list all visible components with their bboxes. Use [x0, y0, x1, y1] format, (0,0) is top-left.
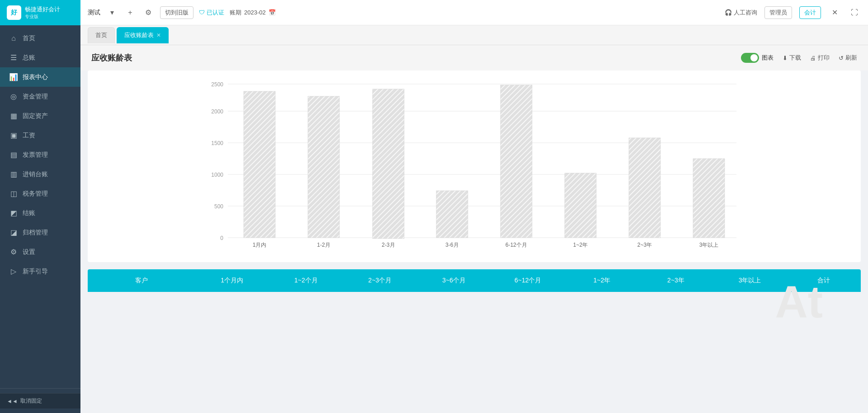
print-icon: 🖨 — [810, 55, 816, 61]
sidebar-item-reports[interactable]: 📊 报表中心 — [0, 67, 80, 87]
col-3-6month: 3~6个月 — [417, 277, 491, 285]
tab-bar: 首页 应收账龄表 ✕ — [80, 25, 868, 45]
svg-rect-28 — [693, 159, 725, 238]
tab-close-icon[interactable]: ✕ — [156, 32, 161, 38]
sidebar-logo: 好 畅捷通好会计 专业版 — [0, 0, 80, 25]
support-button[interactable]: 🎧 人工咨询 — [725, 9, 757, 17]
sidebar-item-payroll[interactable]: ▣ 工资 — [0, 126, 80, 145]
svg-rect-16 — [308, 96, 340, 238]
sidebar-item-invoices[interactable]: ▤ 发票管理 — [0, 145, 80, 164]
archive-icon: ◪ — [9, 228, 18, 237]
company-name: 测试 — [88, 9, 100, 17]
reports-icon: 📊 — [9, 73, 18, 81]
page-area: 应收账龄表 图表 ⬇ 下载 🖨 打印 ↺ 刷新 — [80, 45, 868, 413]
svg-rect-20 — [436, 191, 468, 238]
headset-icon: 🎧 — [725, 9, 732, 16]
cancel-fixed-button[interactable]: ◄◄ 取消固定 — [0, 393, 80, 408]
svg-text:3年以上: 3年以上 — [699, 242, 719, 248]
expand-window-button[interactable]: ⛶ — [848, 6, 861, 19]
svg-text:6-12个月: 6-12个月 — [505, 242, 527, 248]
close-accounts-icon: ◩ — [9, 209, 18, 217]
close-window-button[interactable]: ✕ — [828, 6, 841, 19]
invoices-icon: ▤ — [9, 150, 18, 159]
sidebar-item-inventory[interactable]: ▥ 进销台账 — [0, 164, 80, 184]
svg-text:2000: 2000 — [211, 108, 223, 115]
ledger-icon: ☰ — [9, 53, 18, 62]
home-icon: ⌂ — [9, 34, 18, 42]
download-button[interactable]: ⬇ 下载 — [783, 54, 801, 62]
col-1month: 1个月内 — [195, 277, 269, 285]
add-button[interactable]: + — [124, 6, 137, 19]
close-icon: ✕ — [832, 8, 838, 17]
svg-text:2500: 2500 — [211, 81, 223, 88]
user-button[interactable]: 管理员 — [764, 6, 792, 19]
svg-text:1月内: 1月内 — [253, 242, 267, 248]
sidebar-item-assets[interactable]: ▦ 固定资产 — [0, 106, 80, 126]
cancel-fixed-icon: ◄◄ — [7, 398, 18, 404]
certified-badge: 🛡 已认证 — [199, 9, 224, 17]
sidebar-footer: ◄◄ 取消固定 — [0, 388, 80, 413]
period-info: 账期 2023-02 📅 — [230, 9, 276, 17]
company-dropdown-button[interactable]: ▾ — [106, 6, 118, 19]
svg-rect-24 — [565, 173, 596, 238]
svg-text:1500: 1500 — [211, 140, 223, 146]
role-button[interactable]: 会计 — [799, 6, 821, 19]
sidebar-scroll: ⌂ 首页 ☰ 总账 📊 报表中心 ◎ 资金管理 ▦ 固定资产 ▣ 工资 — [0, 25, 80, 388]
download-icon: ⬇ — [783, 55, 788, 61]
chart-toggle-switch[interactable] — [741, 53, 759, 63]
guide-icon: ▷ — [9, 267, 18, 276]
sidebar-item-funds[interactable]: ◎ 资金管理 — [0, 87, 80, 106]
col-1-2year: 1~2年 — [565, 277, 639, 285]
chart-container: 0 500 1000 1500 2000 2500 — [88, 70, 861, 262]
sidebar-item-archive[interactable]: ◪ 归档管理 — [0, 223, 80, 242]
sidebar-item-home[interactable]: ⌂ 首页 — [0, 29, 80, 48]
svg-text:0: 0 — [220, 235, 223, 241]
table-header: 客户 1个月内 1~2个月 2~3个月 3~6个月 6~12个月 1~2年 2~… — [88, 269, 861, 292]
gear-icon: ⚙ — [145, 8, 151, 17]
sidebar-item-close[interactable]: ◩ 结账 — [0, 203, 80, 223]
sidebar-item-ledger[interactable]: ☰ 总账 — [0, 48, 80, 67]
page-header: 应收账龄表 图表 ⬇ 下载 🖨 打印 ↺ 刷新 — [80, 45, 868, 70]
sidebar: 好 畅捷通好会计 专业版 ⌂ 首页 ☰ 总账 📊 报表中心 ◎ 资金管理 — [0, 0, 80, 413]
col-1-2month: 1~2个月 — [269, 277, 343, 285]
assets-icon: ▦ — [9, 112, 18, 120]
funds-icon: ◎ — [9, 92, 18, 101]
app-name: 畅捷通好会计 专业版 — [25, 6, 60, 19]
settings-button[interactable]: ⚙ — [142, 6, 155, 19]
bar-chart: 0 500 1000 1500 2000 2500 — [97, 80, 852, 251]
svg-text:500: 500 — [214, 203, 223, 210]
svg-text:1-2月: 1-2月 — [317, 242, 330, 248]
svg-rect-22 — [500, 85, 532, 238]
calendar-icon[interactable]: 📅 — [269, 9, 276, 16]
main-content: 测试 ▾ + ⚙ 切到旧版 🛡 已认证 账期 2023-02 📅 🎧 人工咨询 — [80, 0, 868, 413]
plus-icon: + — [128, 9, 132, 17]
svg-text:2-3月: 2-3月 — [382, 242, 395, 248]
tab-home[interactable]: 首页 — [88, 27, 115, 43]
sidebar-item-tax[interactable]: ◫ 税务管理 — [0, 184, 80, 203]
svg-text:2~3年: 2~3年 — [637, 242, 652, 248]
sidebar-item-guide[interactable]: ▷ 新手引导 — [0, 262, 80, 281]
page-actions: 图表 ⬇ 下载 🖨 打印 ↺ 刷新 — [741, 53, 857, 63]
header: 测试 ▾ + ⚙ 切到旧版 🛡 已认证 账期 2023-02 📅 🎧 人工咨询 — [80, 0, 868, 25]
chart-toggle: 图表 — [741, 53, 774, 63]
inventory-icon: ▥ — [9, 170, 18, 178]
svg-rect-18 — [373, 89, 404, 239]
print-button[interactable]: 🖨 打印 — [810, 54, 830, 62]
refresh-button[interactable]: ↺ 刷新 — [839, 54, 857, 62]
svg-rect-26 — [629, 138, 660, 238]
payroll-icon: ▣ — [9, 131, 18, 140]
shield-icon: 🛡 — [199, 9, 205, 16]
old-version-button[interactable]: 切到旧版 — [160, 6, 193, 19]
svg-text:1~2年: 1~2年 — [573, 242, 588, 248]
app-logo-icon: 好 — [7, 5, 21, 20]
sidebar-item-settings[interactable]: ⚙ 设置 — [0, 242, 80, 262]
settings-icon: ⚙ — [9, 248, 18, 256]
page-title: 应收账龄表 — [91, 52, 132, 63]
svg-text:1000: 1000 — [211, 172, 223, 178]
col-2-3month: 2~3个月 — [343, 277, 417, 285]
col-6-12month: 6~12个月 — [491, 277, 565, 285]
svg-text:3-6月: 3-6月 — [445, 242, 458, 248]
col-customer: 客户 — [88, 277, 195, 285]
tab-aging[interactable]: 应收账龄表 ✕ — [117, 27, 169, 43]
sidebar-nav: ⌂ 首页 ☰ 总账 📊 报表中心 ◎ 资金管理 ▦ 固定资产 ▣ 工资 — [0, 25, 80, 285]
